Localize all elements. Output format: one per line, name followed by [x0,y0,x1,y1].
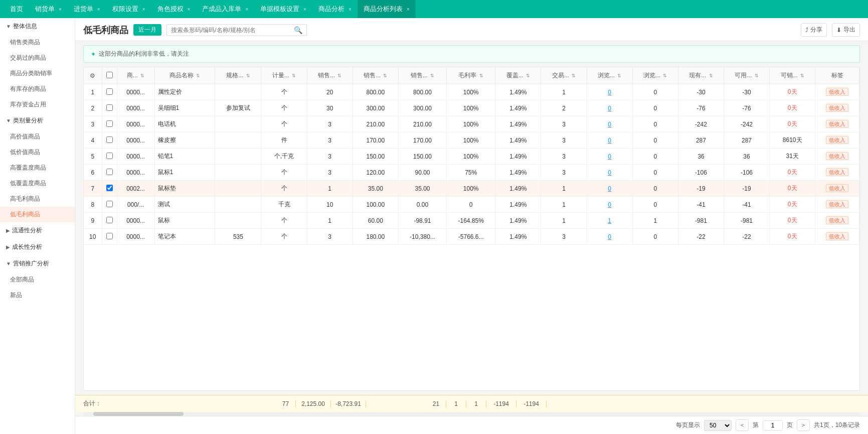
trade-column-header[interactable]: 交易... ⇅ [541,67,587,84]
code-column-header[interactable]: 商... ⇅ [117,67,154,84]
sidebar-item-low-coverage[interactable]: 低覆盖度商品 [0,176,75,191]
row-checkbox-cell[interactable] [102,116,117,132]
row-browse1[interactable]: 0 [587,116,632,132]
nav-sales-order[interactable]: 销货单 × [29,0,68,18]
gross-margin-column-header[interactable]: 毛利率 ⇅ [447,67,495,84]
sidebar-item-traded-goods[interactable]: 交易过的商品 [0,50,75,66]
close-icon[interactable]: × [349,7,352,12]
select-all-checkbox[interactable] [106,72,113,78]
spec-column-header[interactable]: 规格... ⇅ [215,67,261,84]
close-icon[interactable]: × [97,7,100,12]
share-button[interactable]: ⤴ 分享 [801,23,827,37]
sidebar-item-high-margin[interactable]: 高毛利商品 [0,191,75,207]
row-checkbox-cell[interactable] [102,165,117,181]
nav-purchase-order[interactable]: 进货单 × [68,0,106,18]
sales-profit-column-header[interactable]: 销售... ⇅ [398,67,446,84]
row-sales-count: 1 [307,213,353,229]
close-icon[interactable]: × [245,7,248,12]
search-icon[interactable]: 🔍 [294,26,302,34]
row-checkbox-cell[interactable] [102,197,117,213]
row-browse1[interactable]: 0 [587,181,632,197]
available-column-header[interactable]: 可用... ⇅ [724,67,769,84]
row-checkbox-cell[interactable] [102,84,117,100]
sales-count-column-header[interactable]: 销售... ⇅ [307,67,353,84]
nav-finished-goods[interactable]: 产成品入库单 × [196,0,254,18]
row-checkbox-cell[interactable] [102,213,117,229]
close-icon[interactable]: × [407,7,410,12]
nav-role-auth[interactable]: 角色授权 × [151,0,197,18]
sidebar-item-high-coverage[interactable]: 高覆盖度商品 [0,160,75,176]
current-stock-column-header[interactable]: 现有... ⇅ [678,67,724,84]
row-checkbox[interactable] [106,88,113,95]
row-browse1[interactable]: 0 [587,197,632,213]
coverage-column-header[interactable]: 覆盖... ⇅ [495,67,541,84]
sidebar-item-new-goods[interactable]: 新品 [0,287,75,303]
row-checkbox[interactable] [106,136,113,143]
sidebar-item-low-value[interactable]: 低价值商品 [0,144,75,160]
scrollbar-thumb[interactable] [93,412,184,416]
close-icon[interactable]: × [59,7,62,12]
nav-product-analysis[interactable]: 商品分析 × [312,0,358,18]
row-sales-profit: 300.00 [398,100,446,116]
sidebar-item-stock-capital[interactable]: 库存资金占用 [0,97,75,112]
row-checkbox[interactable] [106,104,113,111]
row-settings-cell: 7 [84,181,102,197]
filter-recent-month-button[interactable]: 近一月 [133,24,161,36]
checkbox-column-header[interactable] [102,67,117,84]
sidebar-item-in-stock[interactable]: 有库存的商品 [0,81,75,97]
nav-product-analysis-list[interactable]: 商品分析列表 × [358,0,416,18]
per-page-select[interactable]: 50 20 100 [704,420,732,431]
nav-template-settings[interactable]: 单据模板设置 × [254,0,312,18]
settings-column-header[interactable]: ⚙ [84,67,102,84]
row-browse1[interactable]: 0 [587,100,632,116]
close-icon[interactable]: × [142,7,145,12]
sidebar-item-low-margin[interactable]: 低毛利商品 [0,207,75,222]
browse1-column-header[interactable]: 浏览... ⇅ [587,67,632,84]
next-page-button[interactable]: ＞ [797,419,810,431]
browse2-column-header[interactable]: 浏览... ⇅ [632,67,678,84]
row-checkbox[interactable] [106,201,113,207]
row-checkbox-cell[interactable] [102,181,117,197]
close-icon[interactable]: × [188,7,191,12]
sidebar-item-category-rate[interactable]: 商品分类助销率 [0,66,75,81]
sidebar-group-liquidity[interactable]: ▶ 流通性分析 [0,222,75,239]
row-checkbox[interactable] [106,217,113,223]
sidebar-group-marketing[interactable]: ▼ 营销推广分析 [0,255,75,272]
row-checkbox[interactable] [106,153,113,159]
sidebar-group-overall[interactable]: ▼ 整体信息 [0,18,75,35]
sidebar-group-category[interactable]: ▼ 类别量分析 [0,112,75,129]
row-browse1[interactable]: 0 [587,149,632,165]
sidebar-item-all-goods[interactable]: 全部商品 [0,272,75,287]
settings-icon[interactable]: ⚙ [90,72,95,79]
row-checkbox-cell[interactable] [102,132,117,149]
tag-column-header[interactable]: 标签 [815,67,859,84]
prev-page-button[interactable]: ＜ [736,419,749,431]
nav-permissions[interactable]: 权限设置 × [106,0,151,18]
close-icon[interactable]: × [303,7,306,12]
sidebar-group-growth[interactable]: ▶ 成长性分析 [0,239,75,255]
row-checkbox[interactable] [106,233,113,239]
row-gross-margin: -164.85% [447,213,495,229]
horizontal-scrollbar[interactable] [83,412,860,416]
page-number-input[interactable] [763,420,783,430]
row-checkbox[interactable] [106,169,113,175]
row-browse1[interactable]: 1 [587,213,632,229]
search-input[interactable] [171,27,294,34]
sales-amount-column-header[interactable]: 销售... ⇅ [353,67,398,84]
row-browse1[interactable]: 0 [587,84,632,100]
row-browse1[interactable]: 0 [587,132,632,149]
row-checkbox-cell[interactable] [102,149,117,165]
row-browse1[interactable]: 0 [587,229,632,245]
row-checkbox-cell[interactable] [102,100,117,116]
row-checkbox-cell[interactable] [102,229,117,245]
name-column-header[interactable]: 商品名称 ⇅ [154,67,215,84]
sidebar-item-high-value[interactable]: 高价值商品 [0,129,75,144]
sidebar-item-sales-goods[interactable]: 销售类商品 [0,35,75,50]
export-button[interactable]: ⬇ 导出 [832,23,860,37]
nav-home[interactable]: 首页 [4,0,29,18]
row-checkbox[interactable] [106,185,113,191]
sellable-column-header[interactable]: 可销... ⇅ [770,67,815,84]
row-checkbox[interactable] [106,120,113,127]
unit-column-header[interactable]: 计量... ⇅ [261,67,307,84]
row-browse1[interactable]: 0 [587,165,632,181]
